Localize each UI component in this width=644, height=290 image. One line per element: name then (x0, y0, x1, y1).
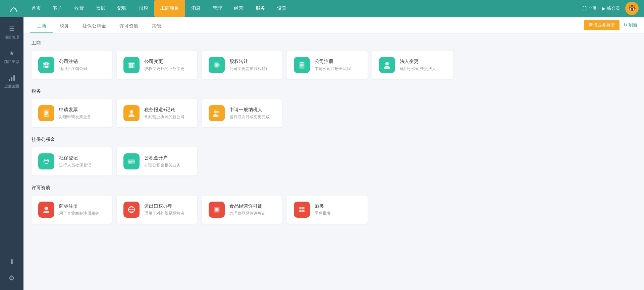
card-icon (379, 57, 395, 73)
nav-item-首页[interactable]: 首页 (25, 0, 47, 17)
card-title: 税务报道+记账 (144, 107, 184, 113)
section-税务: 税务申请发票办理申请发票业务税务报道+记账拿到营业执照的新公司申请一般纳税人当月… (32, 88, 636, 127)
card-酒类[interactable]: 酒类零售批发 (287, 196, 368, 224)
settings-icon[interactable]: ⚙ (5, 271, 18, 285)
card-股权转让[interactable]: ¥股权转让公司变更需要股权转让 (202, 51, 282, 79)
section-title: 许可资质 (32, 185, 636, 191)
tab-其他[interactable]: 其他 (145, 23, 168, 33)
tab-社保公积金[interactable]: 社保公积金 (76, 23, 113, 33)
fullscreen-icon: ⛶ (582, 6, 587, 11)
sidebar: ☰ 项目管理 ★ 项目类型 进度监测 ⬇ ⚙ (0, 17, 23, 290)
card-desc: 办理申请发票业务 (59, 114, 91, 120)
nav-item-服务[interactable]: 服务 (250, 0, 271, 17)
card-税务报道+记账[interactable]: 税务报道+记账拿到营业执照的新公司 (117, 99, 197, 127)
sidebar-item-progress-monitor[interactable]: 进度监测 (0, 69, 23, 93)
member-button[interactable]: ▶ 畅会员 (602, 5, 620, 11)
svg-rect-23 (45, 112, 48, 113)
refresh-icon: ↻ (624, 22, 627, 27)
svg-rect-2 (13, 75, 15, 81)
card-icon (294, 57, 310, 73)
mascot-avatar: 🐯 (625, 2, 639, 15)
nav-item-经营[interactable]: 经营 (228, 0, 250, 17)
svg-rect-11 (128, 63, 134, 64)
nav-item-管理[interactable]: 管理 (207, 0, 228, 17)
fullscreen-button[interactable]: ⛶ 全屏 (582, 5, 597, 11)
card-title: 酒类 (315, 203, 331, 209)
card-info: 进出口权办理适用于对外贸易经营者 (144, 203, 184, 216)
svg-rect-4 (44, 63, 46, 65)
card-法人变更[interactable]: 法人变更适用于公司变更法人 (372, 51, 453, 79)
card-title: 公司注销 (59, 59, 87, 65)
card-info: 股权转让公司变更需要股权转让 (229, 59, 270, 72)
svg-point-30 (47, 159, 49, 161)
svg-point-29 (44, 159, 46, 161)
section-title: 税务 (32, 88, 636, 94)
svg-rect-48 (302, 210, 305, 212)
card-icon: ¥ (209, 57, 225, 73)
download-icon[interactable]: ⬇ (5, 255, 18, 269)
section-社保公积金: 社保公积金社保登记进行人员社保登记公积金开户办理公积金相关业务 (32, 137, 636, 175)
main-layout: ☰ 项目管理 ★ 项目类型 进度监测 ⬇ ⚙ 工商税务社保公积金许可资质其 (0, 17, 644, 290)
star-icon: ★ (8, 49, 16, 57)
card-社保登记[interactable]: 社保登记进行人员社保登记 (32, 147, 112, 175)
refresh-label: 刷新 (629, 22, 637, 28)
card-icon (38, 105, 54, 121)
card-申请发票[interactable]: 申请发票办理申请发票业务 (32, 99, 112, 127)
svg-rect-10 (128, 68, 134, 68)
card-进出口权办理[interactable]: 进出口权办理适用于对外贸易经营者 (117, 196, 197, 224)
card-desc: 用于企业商标注册服务 (59, 211, 99, 216)
nav-item-记账[interactable]: 记账 (111, 0, 133, 17)
add-business-type-button[interactable]: 新增业务类型 (584, 20, 620, 30)
nav-item-消息[interactable]: 消息 (185, 0, 207, 17)
card-info: 食品经营许可证办理食品经营许可证 (229, 203, 266, 216)
section-工商: 工商公司注销适用于注销公司公司变更股权变更外的业务变更¥股权转让公司变更需要股权… (32, 40, 636, 79)
scroll-area[interactable]: 工商公司注销适用于注销公司公司变更股权变更外的业务变更¥股权转让公司变更需要股权… (23, 33, 644, 290)
card-info: 酒类零售批发 (315, 203, 331, 216)
card-icon (209, 202, 225, 218)
svg-point-33 (128, 162, 130, 163)
card-title: 社保登记 (59, 155, 91, 161)
svg-point-20 (385, 62, 389, 66)
sidebar-item-project-management[interactable]: ☰ 项目管理 (0, 20, 23, 45)
card-info: 公司注销适用于注销公司 (59, 59, 87, 72)
nav-item-报税[interactable]: 报税 (133, 0, 154, 17)
card-desc: 办理公积金相关业务 (144, 162, 180, 168)
nav-item-收费[interactable]: 收费 (68, 0, 90, 17)
card-icon (123, 153, 140, 169)
tab-许可资质[interactable]: 许可资质 (113, 23, 145, 33)
card-公司注销[interactable]: 公司注销适用于注销公司 (32, 51, 112, 79)
card-info: 公司变更股权变更外的业务变更 (144, 59, 184, 72)
top-navigation: 首页客户收费票据记账报税工商项目消息管理经营服务设置 ⛶ 全屏 ▶ 畅会员 🐯 (0, 0, 644, 17)
svg-rect-16 (300, 62, 303, 63)
svg-rect-0 (9, 79, 10, 81)
card-食品经营许可证[interactable]: 食品经营许可证办理食品经营许可证 (202, 196, 282, 224)
nav-item-设置[interactable]: 设置 (271, 0, 292, 17)
card-商标注册[interactable]: 商标注册用于企业商标注册服务 (32, 196, 112, 224)
card-info: 申请发票办理申请发票业务 (59, 107, 91, 120)
card-title: 申请发票 (59, 107, 91, 113)
section-title: 社保公积金 (32, 137, 636, 143)
nav-item-客户[interactable]: 客户 (47, 0, 68, 17)
svg-rect-24 (45, 113, 48, 114)
nav-item-工商项目[interactable]: 工商项目 (154, 0, 185, 17)
svg-rect-18 (300, 66, 304, 66)
card-desc: 公司变更需要股权转让 (229, 66, 270, 72)
nav-item-票据[interactable]: 票据 (90, 0, 111, 17)
card-公积金开户[interactable]: 公积金开户办理公积金相关业务 (117, 147, 197, 175)
card-desc: 申请公司注册全流程 (315, 66, 351, 72)
sidebar-item-project-type[interactable]: ★ 项目类型 (0, 45, 23, 69)
tab-工商[interactable]: 工商 (30, 23, 53, 33)
card-公司注册[interactable]: 公司注册申请公司注册全流程 (287, 51, 368, 79)
card-title: 股权转让 (229, 59, 270, 65)
card-icon (38, 57, 54, 73)
card-desc: 当月或次月成变更完成 (229, 114, 270, 120)
tab-税务[interactable]: 税务 (53, 23, 76, 33)
card-公司变更[interactable]: 公司变更股权变更外的业务变更 (117, 51, 197, 79)
svg-text:¥: ¥ (216, 63, 218, 67)
card-title: 公积金开户 (144, 155, 180, 161)
svg-rect-1 (11, 77, 12, 81)
logo (5, 0, 22, 17)
card-申请一般纳税人[interactable]: 申请一般纳税人当月或次月成变更完成 (202, 99, 282, 127)
refresh-button[interactable]: ↻ 刷新 (624, 22, 637, 28)
list-icon: ☰ (8, 25, 16, 33)
